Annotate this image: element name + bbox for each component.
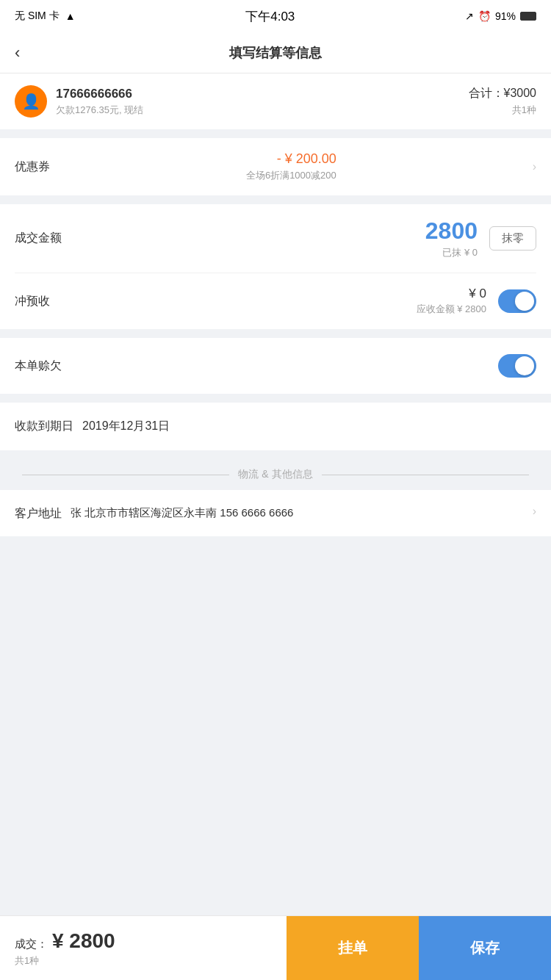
arrears-label: 本单赊欠 — [15, 359, 62, 374]
main-content: 👤 17666666666 欠款1276.35元, 现结 合计：¥3000 共1… — [0, 73, 551, 765]
wifi-icon: ▲ — [65, 10, 76, 22]
divider-line-left — [22, 475, 229, 475]
prepay-toggle[interactable] — [498, 289, 536, 313]
address-row[interactable]: 客户地址 张 北京市市辖区海淀区永丰南 156 6666 6666 › — [15, 490, 536, 536]
back-button[interactable]: ‹ — [15, 43, 20, 62]
carrier-text: 无 SIM 卡 — [15, 10, 60, 23]
chevron-right-icon: › — [533, 160, 536, 173]
prepay-row: 冲预收 ¥ 0 应收金额 ¥ 2800 — [15, 273, 536, 329]
amount-section: 成交金额 2800 已抹 ¥ 0 抹零 冲预收 ¥ 0 应收金额 ¥ 2800 — [0, 204, 551, 329]
section-divider: 物流 & 其他信息 — [0, 459, 551, 490]
round-off-button[interactable]: 抹零 — [489, 226, 536, 251]
total-count: 共1种 — [469, 104, 537, 117]
status-bar: 无 SIM 卡 ▲ 下午4:03 ↗ ⏰ 91% — [0, 0, 551, 32]
customer-info: 17666666666 欠款1276.35元, 现结 — [56, 87, 143, 117]
customer-left: 👤 17666666666 欠款1276.35元, 现结 — [15, 85, 143, 118]
gray-background — [0, 545, 551, 692]
customer-right: 合计：¥3000 共1种 — [469, 86, 537, 117]
address-chevron-icon: › — [533, 505, 536, 518]
deal-amount-sub: 已抹 ¥ 0 — [425, 246, 478, 259]
prepay-label: 冲预收 — [15, 294, 50, 309]
save-button[interactable]: 保存 — [419, 916, 551, 981]
avatar-icon: 👤 — [22, 93, 40, 110]
battery-icon — [520, 12, 536, 21]
status-time: 下午4:03 — [245, 8, 295, 25]
coupon-label: 优惠券 — [15, 159, 50, 175]
alarm-icon: ⏰ — [478, 10, 491, 22]
arrears-toggle[interactable] — [498, 354, 536, 378]
address-section: 客户地址 张 北京市市辖区海淀区永丰南 156 6666 6666 › — [0, 490, 551, 536]
bottom-deal-label: 成交： — [15, 937, 48, 951]
bottom-deal-amount: ¥ 2800 — [52, 929, 115, 953]
address-label: 客户地址 — [15, 505, 62, 522]
bottom-summary: 成交： ¥ 2800 共1种 — [0, 929, 287, 968]
nav-bar: ‹ 填写结算等信息 — [0, 32, 551, 73]
deal-amount-value: 2800 — [425, 217, 478, 245]
battery-text: 91% — [495, 10, 516, 22]
arrears-row: 本单赊欠 — [15, 338, 536, 394]
page-title: 填写结算等信息 — [229, 44, 322, 62]
bottom-bar: 成交： ¥ 2800 共1种 挂单 保存 — [0, 915, 551, 980]
coupon-row[interactable]: 优惠券 - ¥ 200.00 全场6折满1000减200 › — [0, 138, 551, 195]
address-value: 张 北京市市辖区海淀区永丰南 156 6666 6666 — [71, 505, 524, 522]
divider-line-right — [322, 475, 529, 475]
bottom-count: 共1种 — [15, 954, 272, 968]
deal-amount-row: 成交金额 2800 已抹 ¥ 0 抹零 — [15, 204, 536, 273]
bottom-deal-row: 成交： ¥ 2800 — [15, 929, 272, 953]
due-date-section: 收款到期日 2019年12月31日 — [0, 403, 551, 450]
customer-debt: 欠款1276.35元, 现结 — [56, 104, 143, 117]
prepay-amount-value: ¥ 0 — [417, 287, 486, 301]
divider-text: 物流 & 其他信息 — [238, 468, 312, 481]
status-right: ↗ ⏰ 91% — [465, 10, 536, 22]
coupon-discount: - ¥ 200.00 — [246, 151, 336, 167]
coupon-right-block: - ¥ 200.00 全场6折满1000减200 — [246, 151, 336, 182]
amount-value-block: 2800 已抹 ¥ 0 — [425, 217, 478, 259]
avatar: 👤 — [15, 85, 47, 118]
total-amount: 合计：¥3000 — [469, 86, 537, 101]
customer-phone: 17666666666 — [56, 87, 143, 101]
location-icon: ↗ — [465, 10, 474, 22]
prepay-right: ¥ 0 应收金额 ¥ 2800 — [417, 287, 536, 316]
status-left: 无 SIM 卡 ▲ — [15, 10, 76, 23]
deal-amount-label: 成交金额 — [15, 231, 62, 246]
due-date-value: 2019年12月31日 — [82, 419, 170, 434]
due-date-row: 收款到期日 2019年12月31日 — [15, 403, 536, 450]
prepay-sub-text: 应收金额 ¥ 2800 — [417, 303, 486, 316]
amount-right: 2800 已抹 ¥ 0 抹零 — [425, 217, 536, 259]
customer-row: 👤 17666666666 欠款1276.35元, 现结 合计：¥3000 共1… — [0, 73, 551, 129]
hold-button[interactable]: 挂单 — [287, 916, 419, 981]
arrears-section: 本单赊欠 — [0, 338, 551, 394]
due-date-label: 收款到期日 — [15, 419, 73, 434]
prepay-amount-block: ¥ 0 应收金额 ¥ 2800 — [417, 287, 486, 316]
coupon-description: 全场6折满1000减200 — [246, 169, 336, 182]
